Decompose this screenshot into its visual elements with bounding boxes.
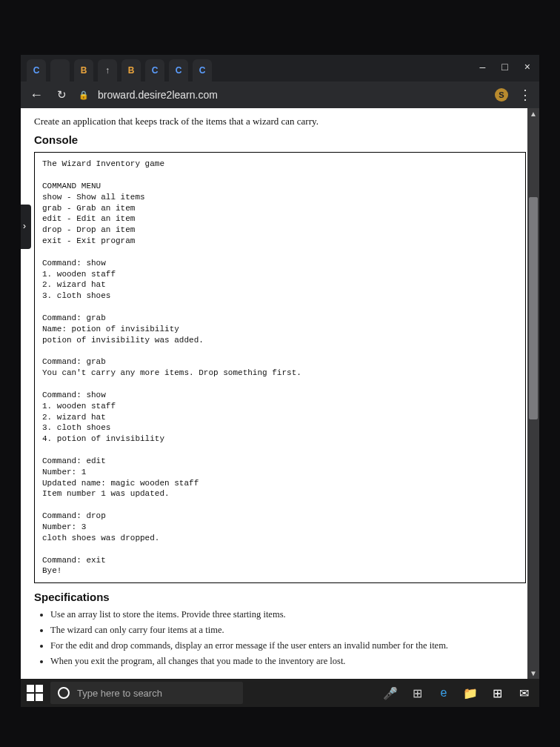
browser-tab[interactable]: C (27, 59, 46, 82)
photo-frame: – □ × CB↑BCCC ← ↻ 🔒 broward.desire2learn… (0, 0, 560, 747)
url-display[interactable]: broward.desire2learn.com (98, 89, 486, 101)
page-content: Create an application that keeps track o… (21, 108, 539, 679)
taskbar-search[interactable]: Type here to search (50, 682, 243, 704)
spec-item: Use an array list to store the items. Pr… (50, 609, 526, 620)
search-icon (58, 687, 70, 699)
address-bar: ← ↻ 🔒 broward.desire2learn.com S ⋮ (21, 82, 539, 108)
spec-item: The wizard can only carry four items at … (50, 625, 526, 636)
browser-menu-button[interactable]: ⋮ (519, 87, 532, 103)
spec-item: For the edit and drop commands, display … (50, 640, 526, 651)
browser-tab[interactable] (50, 59, 70, 82)
edge-icon[interactable]: e (434, 686, 453, 700)
specs-heading: Specifications (34, 591, 526, 603)
profile-badge[interactable]: S (495, 88, 508, 102)
browser-tab[interactable]: B (121, 59, 141, 82)
close-button[interactable]: × (524, 61, 530, 73)
taskbar: Type here to search 🎤 ⊞ e 📁 ⊞ ✉ (21, 679, 539, 707)
minimize-button[interactable]: – (480, 61, 486, 73)
scroll-up-icon[interactable]: ▲ (527, 110, 539, 118)
side-panel-toggle[interactable] (21, 205, 31, 249)
lock-icon: 🔒 (79, 90, 89, 100)
browser-window: – □ × CB↑BCCC ← ↻ 🔒 broward.desire2learn… (21, 55, 539, 707)
tab-strip: CB↑BCCC (21, 55, 539, 82)
scroll-thumb[interactable] (529, 197, 538, 419)
spec-item: When you exit the program, all changes t… (50, 656, 526, 667)
back-button[interactable]: ← (28, 87, 44, 103)
intro-text: Create an application that keeps track o… (34, 116, 526, 127)
browser-tab[interactable]: ↑ (98, 59, 117, 82)
task-view-icon[interactable]: ⊞ (407, 686, 427, 700)
scrollbar[interactable]: ▲ ▼ (527, 108, 539, 679)
window-controls: – □ × (480, 61, 530, 73)
browser-tab[interactable]: B (74, 59, 93, 82)
page-viewport: Create an application that keeps track o… (21, 108, 539, 679)
file-explorer-icon[interactable]: 📁 (461, 686, 480, 700)
scroll-down-icon[interactable]: ▼ (527, 669, 539, 677)
console-heading: Console (34, 133, 526, 146)
store-icon[interactable]: ⊞ (487, 686, 507, 700)
cortana-mic-icon[interactable]: 🎤 (381, 686, 400, 700)
browser-tab[interactable]: C (169, 59, 188, 82)
reload-button[interactable]: ↻ (53, 88, 70, 102)
browser-tab[interactable]: C (145, 59, 164, 82)
console-output: The Wizard Inventory game COMMAND MENU s… (34, 152, 526, 583)
browser-tab[interactable]: C (193, 59, 212, 82)
start-button[interactable] (27, 685, 43, 701)
maximize-button[interactable]: □ (501, 61, 507, 73)
search-placeholder: Type here to search (77, 688, 162, 699)
specs-list: Use an array list to store the items. Pr… (34, 609, 526, 667)
mail-icon[interactable]: ✉ (514, 686, 533, 700)
